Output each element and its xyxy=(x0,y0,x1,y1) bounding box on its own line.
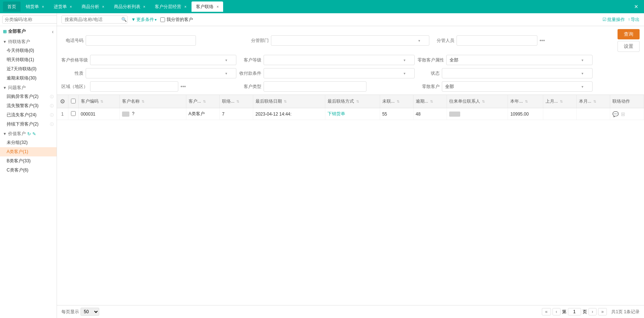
tab-purchase-close[interactable]: × xyxy=(70,5,72,9)
qr-icon[interactable]: ⊞ xyxy=(621,111,625,117)
page-total-label: 页 xyxy=(583,309,587,315)
uncontact-col-header[interactable]: 未联... ⇅ xyxy=(380,95,413,108)
last-date-sort-icon: ⇅ xyxy=(284,99,287,103)
filter-search-input[interactable] xyxy=(65,17,120,22)
contact-sort-icon: ⇅ xyxy=(236,99,239,103)
tab-customer-segment-close[interactable]: × xyxy=(184,5,186,9)
more-filters-label: 更多条件 xyxy=(136,17,154,23)
comment-icon[interactable]: 💬 xyxy=(612,111,619,117)
manager-dots-icon[interactable]: ••• xyxy=(540,38,545,43)
per-page-select[interactable]: 50 10 20 100 xyxy=(80,308,99,316)
sidebar-item-b-class[interactable]: B类客户(33) xyxy=(0,156,57,166)
sidebar-item-declining[interactable]: 持续下滑客户(2) ⓘ xyxy=(0,120,57,129)
export-btn[interactable]: ↑ 导出 xyxy=(628,17,640,23)
row-year-amount: 10995.00 xyxy=(508,108,543,120)
tab-goods-analysis-close[interactable]: × xyxy=(102,5,104,9)
nature-chevron: ▾ xyxy=(225,71,227,75)
name-sort-icon: ⇅ xyxy=(142,99,144,103)
payment-select[interactable]: ▾ xyxy=(264,68,414,78)
sidebar-item-warning[interactable]: 流失预警客户(3) ⓘ xyxy=(0,101,57,110)
table-header-row: ⚙ 客户编码 ⇅ 客户名称 ⇅ xyxy=(57,95,644,108)
type-sort-icon: ⇅ xyxy=(203,99,206,103)
section-pending-contact[interactable]: ▼ 待联络客户 xyxy=(0,37,57,46)
tab-sales[interactable]: 销货单 × xyxy=(21,1,49,12)
batch-op-btn[interactable]: ☑ 批量操作 xyxy=(602,17,625,23)
sidebar-item-today[interactable]: 今天待联络(0) xyxy=(0,46,57,55)
select-all-checkbox[interactable] xyxy=(71,99,76,103)
tab-sales-close[interactable]: × xyxy=(42,5,44,9)
my-customers-checkbox-label[interactable]: 我分管的客户 xyxy=(160,17,193,23)
this-month-col-header[interactable]: 本月... ⇅ xyxy=(576,95,610,108)
status-select[interactable]: ▾ xyxy=(442,68,593,78)
search-icon[interactable]: 🔍 xyxy=(121,17,127,22)
last-month-col-header[interactable]: 上月... ⇅ xyxy=(543,95,576,108)
tab-goods-analysis[interactable]: 商品分析 × xyxy=(77,1,109,12)
section-problem[interactable]: ▼ 问题客户 xyxy=(0,83,57,92)
scattered-field: 零散客户 全部 ▾ xyxy=(418,81,593,92)
sidebar-item-abnormal[interactable]: 回购异常客户(2) ⓘ xyxy=(0,92,57,101)
tab-customer-contact[interactable]: 客户联络 × xyxy=(192,1,223,12)
overdue-col-header[interactable]: 逾期... ⇅ xyxy=(413,95,447,108)
last-date-col-header[interactable]: 最后联络日期 ⇅ xyxy=(253,95,325,108)
collapse-icon[interactable]: ‹ xyxy=(52,29,54,35)
customer-grade-select[interactable]: ▾ xyxy=(264,55,414,65)
my-customers-checkbox[interactable] xyxy=(160,17,165,22)
all-customers-header[interactable]: ⊞ 全部客户 ‹ xyxy=(0,26,57,37)
last-method-col-header[interactable]: 最后联络方式 ⇅ xyxy=(325,95,380,108)
customer-grade-label: 客户等级 xyxy=(239,57,261,63)
sidebar-item-tomorrow[interactable]: 明天待联络(1) xyxy=(0,55,57,64)
prev-page-btn[interactable]: ‹ xyxy=(552,308,561,315)
scattered-select[interactable]: 全部 ▾ xyxy=(442,81,593,92)
edit-icon[interactable]: ✎ xyxy=(32,131,36,137)
last-page-btn[interactable]: » xyxy=(598,308,607,315)
sidebar-item-7days[interactable]: 近7天待联络(0) xyxy=(0,64,57,74)
tab-home[interactable]: 首页 xyxy=(3,1,21,12)
sidebar-item-lost[interactable]: 已流失客户(24) ⓘ xyxy=(0,110,57,120)
scattered-attr-select[interactable]: 全部 ▾ xyxy=(446,55,593,65)
sidebar-item-a-class[interactable]: A类客户(1) xyxy=(0,147,57,156)
refresh-icon[interactable]: ↻ xyxy=(27,131,31,137)
sidebar-item-ungroup[interactable]: 未分组(32) xyxy=(0,138,57,147)
contact2-col-label: 往来单位联系人 xyxy=(449,99,480,104)
contact2-sort-icon: ⇅ xyxy=(482,99,485,103)
settings-col-header[interactable]: ⚙ xyxy=(57,95,68,108)
page-input[interactable] xyxy=(568,308,581,315)
manager-input[interactable] xyxy=(457,35,537,46)
tab-goods-list[interactable]: 商品分析列表 × xyxy=(110,1,150,12)
tab-customer-contact-close[interactable]: × xyxy=(217,5,219,9)
more-filters-btn[interactable]: ▼ 更多条件 ▾ xyxy=(131,17,157,23)
code-col-header[interactable]: 客户编码 ⇅ xyxy=(78,95,119,108)
tab-purchase[interactable]: 进货单 × xyxy=(49,1,76,12)
info-icon-0: ⓘ xyxy=(50,94,54,99)
close-window-icon[interactable]: × xyxy=(631,1,641,12)
sidebar-item-overdue[interactable]: 逾期未联络(30) xyxy=(0,74,57,83)
sidebar-search-container: 🔍 xyxy=(0,13,57,26)
query-button[interactable]: 查询 xyxy=(618,29,640,39)
year-amount-col-header[interactable]: 本年... ⇅ xyxy=(508,95,543,108)
first-page-btn[interactable]: « xyxy=(542,308,551,315)
region-input[interactable] xyxy=(90,81,178,92)
type-col-label: 客户... xyxy=(189,99,201,104)
nature-label: 性质 xyxy=(61,70,83,77)
nature-select[interactable]: ▾ xyxy=(86,68,236,78)
region-dots-icon[interactable]: ••• xyxy=(180,84,186,89)
type-col-header[interactable]: 客户... ⇅ xyxy=(186,95,219,108)
settings-button[interactable]: 设置 xyxy=(618,41,640,52)
sidebar-search-input[interactable] xyxy=(2,15,57,24)
name-col-header[interactable]: 客户名称 ⇅ xyxy=(119,95,186,108)
contact-col-header[interactable]: 联络... ⇅ xyxy=(219,95,253,108)
last-method-link[interactable]: 下销货单 xyxy=(328,111,345,116)
table-settings-icon[interactable]: ⚙ xyxy=(60,98,65,105)
section-value[interactable]: ▼ 价值客户 ↻ ✎ xyxy=(0,129,57,138)
tab-goods-analysis-label: 商品分析 xyxy=(82,4,99,10)
tab-customer-segment[interactable]: 客户分层经营 × xyxy=(150,1,191,12)
dept-select[interactable]: ▾ xyxy=(271,35,429,46)
contact2-col-header[interactable]: 往来单位联系人 ⇅ xyxy=(447,95,508,108)
next-page-btn[interactable]: › xyxy=(588,308,597,315)
customer-type-input[interactable] xyxy=(264,81,366,92)
tab-goods-list-close[interactable]: × xyxy=(143,5,146,9)
price-grade-select[interactable]: ▾ xyxy=(90,55,236,65)
sidebar-item-c-class[interactable]: C类客户(6) xyxy=(0,166,57,175)
phone-input[interactable] xyxy=(86,35,196,46)
row-checkbox[interactable] xyxy=(71,111,76,116)
